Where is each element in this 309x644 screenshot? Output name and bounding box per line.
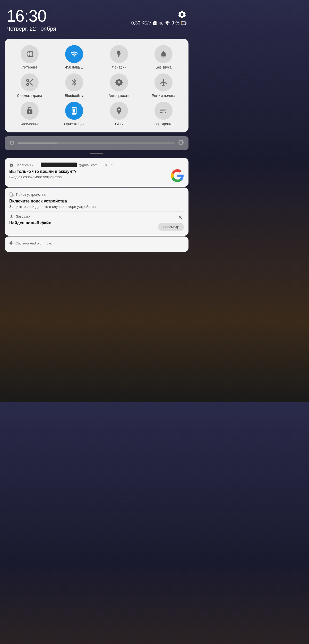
qs-wifi[interactable]: 458 Italia ▲ xyxy=(53,45,96,70)
qs-airplane-circle[interactable] xyxy=(154,73,173,91)
notif-app-name: Сервисы G... xyxy=(15,163,36,167)
find-device-section: Поиск устройства Включите поиск устройст… xyxy=(9,192,184,209)
qs-orientation-circle[interactable] xyxy=(65,102,83,120)
internet-icon xyxy=(25,50,34,58)
qs-wifi-circle[interactable] xyxy=(65,45,83,63)
notif-android-system[interactable]: Система Android · 5 ч. xyxy=(5,236,188,252)
qs-silent-circle[interactable] xyxy=(154,45,173,63)
airplane-icon xyxy=(159,78,168,87)
bell-icon xyxy=(159,50,168,58)
android-app-name: Система Android xyxy=(15,241,41,245)
scroll-dot xyxy=(90,153,103,154)
notif-dot-2: · xyxy=(44,241,45,245)
qs-sort[interactable]: Сортировка xyxy=(143,102,185,126)
google-logo xyxy=(171,169,184,182)
gps-icon xyxy=(115,107,123,115)
wifi-icon xyxy=(159,21,163,25)
no-sim-icon xyxy=(152,21,157,26)
brightness-auto-icon xyxy=(115,78,123,87)
quick-settings-panel: Интернет 458 Italia ▲ Фонарик xyxy=(5,39,188,132)
notif-body: Вход с незнакомого устройства xyxy=(9,175,171,179)
qs-sort-label: Сортировка xyxy=(154,122,174,126)
qs-internet[interactable]: Интернет xyxy=(8,45,51,70)
downloads-label: Загрузки xyxy=(16,214,30,218)
wifi-icon-qs xyxy=(70,50,78,58)
flashlight-icon xyxy=(115,50,123,58)
bluetooth-icon xyxy=(70,78,78,87)
qs-wifi-label: 458 Italia ▲ xyxy=(65,65,83,70)
qs-autobrightness-circle[interactable] xyxy=(110,73,128,91)
lock-small-icon xyxy=(9,163,13,167)
notif-divider xyxy=(9,211,184,211)
email-redact xyxy=(41,163,77,167)
svg-rect-4 xyxy=(73,109,75,112)
qs-flashlight-label: Фонарик xyxy=(112,65,126,70)
sort-icon xyxy=(159,107,168,115)
qs-flashlight-circle[interactable] xyxy=(110,45,128,63)
status-time: 16:30 xyxy=(6,8,56,24)
qs-autobrightness-label: Автояркость xyxy=(108,94,129,98)
android-time: 5 ч. xyxy=(46,241,52,245)
notif-find-device[interactable]: Поиск устройства Включите поиск устройст… xyxy=(5,188,188,236)
find-device-title: Включите поиск устройства xyxy=(9,199,184,204)
qs-silent[interactable]: Без звука xyxy=(143,45,185,70)
chevron-down-icon xyxy=(110,163,114,167)
qs-sort-circle[interactable] xyxy=(154,102,173,120)
find-device-subtitle: Поиск устройства xyxy=(16,192,46,197)
qs-airplane-label: Режим полета xyxy=(152,94,175,98)
svg-rect-2 xyxy=(186,22,186,24)
notif-time: 2 ч. xyxy=(102,163,108,167)
qs-bluetooth[interactable]: Bluetooth ▲ xyxy=(53,73,96,98)
android-icon xyxy=(9,241,13,245)
notif-android-header: Система Android · 5 ч. xyxy=(9,241,184,245)
brightness-low-icon xyxy=(9,140,14,147)
qs-internet-circle[interactable] xyxy=(21,45,39,63)
download-icon xyxy=(9,214,14,219)
qs-airplane[interactable]: Режим полета xyxy=(143,73,185,98)
settings-icon[interactable] xyxy=(177,10,187,19)
qs-silent-label: Без звука xyxy=(156,65,171,70)
find-device-body: Защитите свои данные в случае потери уст… xyxy=(9,205,184,209)
brightness-bar xyxy=(5,136,188,150)
notif-google-header: Сервисы G... · @gmail.com · 2 ч. xyxy=(9,163,184,167)
notif-content-row: Вы только что вошли в аккаунт? Вход с не… xyxy=(9,169,184,182)
svg-rect-3 xyxy=(182,22,182,24)
notifications-area: Сервисы G... · @gmail.com · 2 ч. Вы толь… xyxy=(5,158,188,252)
orientation-icon xyxy=(70,107,78,115)
qs-flashlight[interactable]: Фонарик xyxy=(98,45,140,70)
notif-email-domain: @gmail.com xyxy=(79,163,97,167)
notif-dot: · xyxy=(99,163,100,167)
notif-google-login[interactable]: Сервисы G... · @gmail.com · 2 ч. Вы толь… xyxy=(5,158,188,187)
close-notification-button[interactable]: ✕ xyxy=(177,214,184,221)
qs-autobrightness[interactable]: Автояркость xyxy=(98,73,140,98)
qs-gps-circle[interactable] xyxy=(110,102,128,120)
status-indicators: 0,30 КБ/с 9 % xyxy=(131,20,187,26)
battery-icon xyxy=(181,21,187,25)
view-button[interactable]: Просмотр xyxy=(158,223,184,231)
find-device-icon xyxy=(9,192,14,197)
status-bar: 16:30 Четверг, 22 ноября 0,30 КБ/с 9 % xyxy=(0,0,193,35)
notif-email-redact: · xyxy=(38,163,39,167)
qs-screenshot[interactable]: Снимок экрана xyxy=(8,73,51,98)
scissors-icon xyxy=(25,78,34,87)
qs-orientation-label: Ориентация xyxy=(64,122,84,126)
qs-screenshot-label: Снимок экрана xyxy=(17,94,42,98)
brightness-track[interactable] xyxy=(18,142,175,144)
scroll-indicator xyxy=(0,153,193,154)
status-date: Четверг, 22 ноября xyxy=(6,26,56,32)
qs-lock[interactable]: Блокировка xyxy=(8,102,51,126)
downloads-section: Загрузки Найден новый файл ✕ Просмотр xyxy=(9,214,184,231)
qs-grid: Интернет 458 Italia ▲ Фонарик xyxy=(8,45,185,126)
downloads-title: Найден новый файл xyxy=(9,221,52,225)
lock-icon xyxy=(25,107,34,115)
qs-gps[interactable]: GPS xyxy=(98,102,140,126)
qs-bluetooth-circle[interactable] xyxy=(65,73,83,91)
qs-lock-label: Блокировка xyxy=(20,122,39,126)
qs-lock-circle[interactable] xyxy=(21,102,39,120)
qs-screenshot-circle[interactable] xyxy=(21,73,39,91)
notif-title: Вы только что вошли в аккаунт? xyxy=(9,169,171,174)
qs-gps-label: GPS xyxy=(115,122,123,126)
qs-orientation[interactable]: Ориентация xyxy=(53,102,96,126)
brightness-high-icon xyxy=(178,139,184,147)
brightness-fill xyxy=(18,142,57,144)
